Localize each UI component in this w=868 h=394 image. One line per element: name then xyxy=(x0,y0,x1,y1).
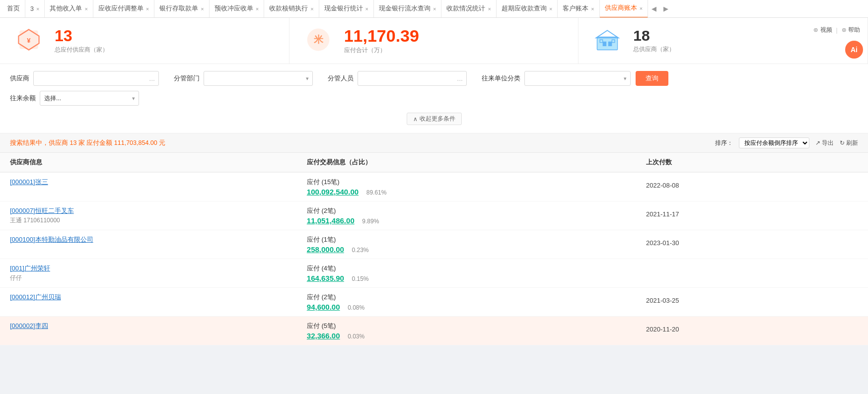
nav-tab-recv-stat-label: 收款情况统计 xyxy=(446,4,485,13)
supplier-link-li-si[interactable]: [000002]李四 xyxy=(10,322,48,329)
trans-amount-bei-rui[interactable]: 94,600.00 xyxy=(307,303,340,311)
svg-text:米: 米 xyxy=(313,34,323,45)
result-suffix: 元 xyxy=(159,139,165,146)
nav-tab-cash-flow-close[interactable]: × xyxy=(433,6,436,12)
nav-arrow-right[interactable]: ▶ xyxy=(660,0,672,18)
trans-amount-zhang-san[interactable]: 100,092,540.00 xyxy=(307,188,359,196)
filter-item-supplier: 供应商 ... xyxy=(10,71,159,86)
trans-percent-heng-wang: 9.89% xyxy=(362,218,379,225)
dept-select-wrapper xyxy=(204,71,313,86)
supplier-sub-heng-wang: 王通 17106110000 xyxy=(10,216,307,225)
td-transaction-bei-rui: 应付 (2笔) 94,600.00 0.08% xyxy=(307,293,646,311)
help-label: 帮助 xyxy=(848,26,860,33)
help-links: ⊙ 视频 | ⊙ 帮助 xyxy=(813,26,860,34)
trans-amount-ben-te-qin[interactable]: 258,000.00 xyxy=(307,245,344,254)
nav-tab-prepay-ar[interactable]: 预收冲应收单 × xyxy=(210,0,264,18)
svg-rect-5 xyxy=(597,37,618,50)
trans-percent-ben-te-qin: 0.23% xyxy=(352,247,369,254)
trans-type-heng-wang: 应付 (2笔) xyxy=(307,206,646,215)
supplier-input[interactable] xyxy=(33,71,159,86)
video-link[interactable]: ⊙ 视频 xyxy=(813,26,832,34)
search-button[interactable]: 查询 xyxy=(636,71,668,86)
stat-info-payable-suppliers: 13 总应付供应商（家） xyxy=(55,28,108,54)
payable-total-icon: 米 xyxy=(304,26,334,56)
table-header: 供应商信息 应付交易信息（占比） 上次付数 xyxy=(0,153,868,173)
balance-select[interactable]: 选择... xyxy=(40,91,139,106)
table-row-ben-te-qin: [000100]本特勤油品有限公司 应付 (1笔) 258,000.00 0.2… xyxy=(0,230,868,259)
category-select-wrapper xyxy=(524,71,631,86)
nav-tab-prepay-ar-close[interactable]: × xyxy=(256,6,259,12)
nav-tab-bank-deposit[interactable]: 银行存取款单 × xyxy=(154,0,209,18)
nav-tab-overdue-ar[interactable]: 超期应收款查询 × xyxy=(497,0,558,18)
ai-button-label: Ai xyxy=(851,46,858,54)
sort-label: 排序： xyxy=(715,139,733,147)
trans-percent-rong-xuan: 0.15% xyxy=(352,275,369,282)
nav-arrow-left[interactable]: ◀ xyxy=(648,0,660,18)
supplier-dots-btn[interactable]: ... xyxy=(149,74,155,82)
dept-select[interactable] xyxy=(204,71,313,86)
nav-tab-customer-book[interactable]: 客户账本 × xyxy=(558,0,599,18)
td-lastpay-li-si: 2020-11-20 xyxy=(646,322,858,333)
help-link[interactable]: ⊙ 帮助 xyxy=(842,26,860,34)
nav-tab-3[interactable]: 3 × xyxy=(25,0,45,18)
nav-tab-cash-stat-close[interactable]: × xyxy=(365,6,368,12)
nav-tab-recv-stat[interactable]: 收款情况统计 × xyxy=(441,0,496,18)
nav-tab-ar-adjust[interactable]: 应收应付调整单 × xyxy=(93,0,154,18)
nav-tab-cash-stat[interactable]: 现金银行统计 × xyxy=(319,0,374,18)
ai-button[interactable]: Ai xyxy=(845,41,863,59)
td-lastpay-bei-rui: 2021-03-25 xyxy=(646,293,858,304)
stats-bar: ¥ 13 总应付供应商（家） 米 11,170.39 应付合计（万） xyxy=(0,18,868,64)
collapse-chevron-icon: ∧ xyxy=(413,116,418,123)
nav-tab-ar-adjust-close[interactable]: × xyxy=(146,6,149,12)
nav-tab-supplier-book-close[interactable]: × xyxy=(640,5,643,11)
balance-select-wrapper: 选择... xyxy=(40,91,139,106)
export-button[interactable]: ↗ 导出 xyxy=(815,139,834,147)
supplier-link-zhang-san[interactable]: [000001]张三 xyxy=(10,178,48,186)
nav-tab-overdue-ar-close[interactable]: × xyxy=(549,6,552,12)
nav-tab-bank-deposit-close[interactable]: × xyxy=(201,6,204,12)
table-row-guang-zhou-bei-rui: [000012]广州贝瑞 应付 (2笔) 94,600.00 0.08% 202… xyxy=(0,288,868,317)
td-lastpay-rong-xuan xyxy=(646,264,858,268)
svg-rect-8 xyxy=(608,42,612,46)
collapse-row: ∧ 收起更多条件 xyxy=(10,111,858,129)
category-select[interactable] xyxy=(524,71,631,86)
trans-amount-rong-xuan[interactable]: 164,635.90 xyxy=(307,274,344,282)
refresh-label: 刷新 xyxy=(846,139,858,147)
td-supplier-zhang-san: [000001]张三 xyxy=(10,178,307,187)
person-dots-btn[interactable]: ... xyxy=(457,74,463,82)
person-input-wrap: ... xyxy=(358,71,467,86)
nav-tab-other-income[interactable]: 其他收入单 × xyxy=(45,0,93,18)
nav-tab-other-income-close[interactable]: × xyxy=(84,6,87,12)
sort-select[interactable]: 按应付余额倒序排序 xyxy=(739,137,809,148)
supplier-link-rong-xuan[interactable]: [001]广州荣轩 xyxy=(10,264,50,272)
supplier-link-heng-wang[interactable]: [000007]恒旺二手叉车 xyxy=(10,207,74,214)
balance-filter-label: 往来余额 xyxy=(10,94,36,103)
trans-amount-li-si[interactable]: 32,366.00 xyxy=(307,331,340,340)
nav-tab-recv-verify-close[interactable]: × xyxy=(310,6,313,12)
nav-tab-home-label: 首页 xyxy=(7,4,20,13)
nav-tab-overdue-ar-label: 超期应收款查询 xyxy=(502,4,547,13)
nav-tab-3-close[interactable]: × xyxy=(36,6,39,12)
th-last-payment: 上次付数 xyxy=(646,158,858,167)
collapse-button[interactable]: ∧ 收起更多条件 xyxy=(407,113,462,125)
supplier-filter-label: 供应商 xyxy=(10,74,29,83)
nav-tab-cash-stat-label: 现金银行统计 xyxy=(324,4,363,13)
supplier-link-bei-rui[interactable]: [000012]广州贝瑞 xyxy=(10,293,61,301)
payable-total-label: 应付合计（万） xyxy=(344,46,419,55)
trans-amount-heng-wang[interactable]: 11,051,486.00 xyxy=(307,216,355,225)
nav-tab-supplier-book[interactable]: 供应商账本 × xyxy=(600,0,648,18)
nav-tab-customer-book-close[interactable]: × xyxy=(591,6,594,12)
trans-type-li-si: 应付 (5笔) xyxy=(307,322,646,330)
nav-tab-recv-verify[interactable]: 收款核销执行 × xyxy=(264,0,319,18)
person-input[interactable] xyxy=(358,71,467,86)
td-lastpay-heng-wang: 2021-11-17 xyxy=(646,206,858,218)
nav-tab-cash-flow[interactable]: 现金银行流水查询 × xyxy=(374,0,441,18)
nav-tab-home[interactable]: 首页 xyxy=(2,0,25,18)
supplier-link-ben-te-qin[interactable]: [000100]本特勤油品有限公司 xyxy=(10,236,93,243)
data-table: 供应商信息 应付交易信息（占比） 上次付数 [000001]张三 应付 (15笔… xyxy=(0,153,868,345)
nav-tab-recv-stat-close[interactable]: × xyxy=(488,6,491,12)
td-supplier-li-si: [000002]李四 xyxy=(10,322,307,330)
th-supplier-info: 供应商信息 xyxy=(10,158,307,167)
nav-tab-supplier-book-label: 供应商账本 xyxy=(605,4,637,12)
refresh-button[interactable]: ↻ 刷新 xyxy=(840,139,858,147)
